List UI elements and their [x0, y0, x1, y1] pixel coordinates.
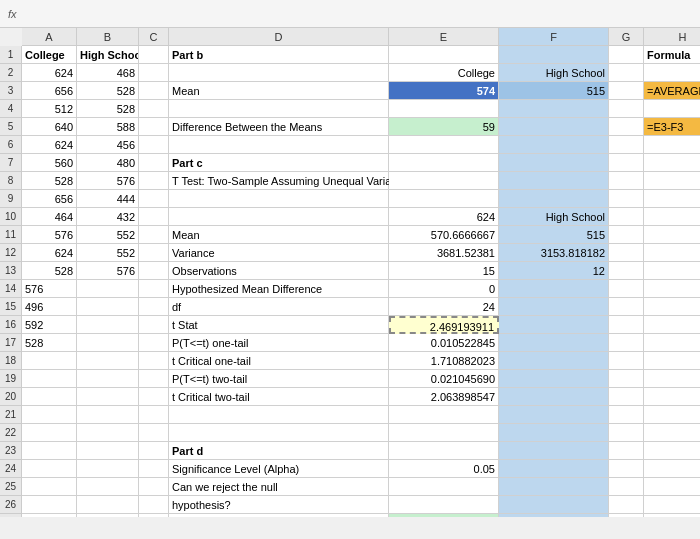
cell-a18[interactable]	[22, 352, 77, 370]
cell-g23[interactable]	[609, 442, 644, 460]
cell-d19[interactable]: P(T<=t) two-tail	[169, 370, 389, 388]
cell-h21[interactable]	[644, 406, 700, 424]
cell-d1[interactable]: Part b	[169, 46, 389, 64]
cell-c9[interactable]	[139, 190, 169, 208]
cell-f22[interactable]	[499, 424, 609, 442]
cell-f14[interactable]	[499, 280, 609, 298]
cell-b17[interactable]	[77, 334, 139, 352]
cell-g1[interactable]	[609, 46, 644, 64]
cell-d22[interactable]	[169, 424, 389, 442]
cell-g15[interactable]	[609, 298, 644, 316]
cell-e22[interactable]	[389, 424, 499, 442]
cell-b14[interactable]	[77, 280, 139, 298]
cell-c2[interactable]	[139, 64, 169, 82]
cell-g19[interactable]	[609, 370, 644, 388]
cell-e4[interactable]	[389, 100, 499, 118]
cell-h14[interactable]	[644, 280, 700, 298]
cell-f8[interactable]	[499, 172, 609, 190]
cell-c5[interactable]	[139, 118, 169, 136]
cell-d4[interactable]	[169, 100, 389, 118]
cell-c6[interactable]	[139, 136, 169, 154]
cell-h7[interactable]	[644, 154, 700, 172]
cell-b15[interactable]	[77, 298, 139, 316]
cell-a10[interactable]: 464	[22, 208, 77, 226]
cell-c3[interactable]	[139, 82, 169, 100]
cell-h4[interactable]	[644, 100, 700, 118]
cell-f19[interactable]	[499, 370, 609, 388]
cell-a14[interactable]: 576	[22, 280, 77, 298]
cell-g25[interactable]	[609, 478, 644, 496]
col-header-c[interactable]: C	[139, 28, 169, 45]
cell-e5[interactable]: 59	[389, 118, 499, 136]
cell-g3[interactable]	[609, 82, 644, 100]
cell-a17[interactable]: 528	[22, 334, 77, 352]
cell-d20[interactable]: t Critical two-tail	[169, 388, 389, 406]
cell-b12[interactable]: 552	[77, 244, 139, 262]
cell-h9[interactable]	[644, 190, 700, 208]
cell-d27[interactable]: (Enter "Can" or "Cannot")	[169, 514, 389, 517]
col-header-g[interactable]: G	[609, 28, 644, 45]
cell-h19[interactable]	[644, 370, 700, 388]
cell-c27[interactable]	[139, 514, 169, 517]
cell-c26[interactable]	[139, 496, 169, 514]
cell-g17[interactable]	[609, 334, 644, 352]
col-header-h[interactable]: H	[644, 28, 700, 45]
col-header-f[interactable]: F	[499, 28, 609, 45]
cell-a1[interactable]: College	[22, 46, 77, 64]
cell-e25[interactable]	[389, 478, 499, 496]
cell-a24[interactable]	[22, 460, 77, 478]
cell-a2[interactable]: 624	[22, 64, 77, 82]
cell-a7[interactable]: 560	[22, 154, 77, 172]
cell-f4[interactable]	[499, 100, 609, 118]
cell-c20[interactable]	[139, 388, 169, 406]
cell-e27[interactable]: T Test: Two-Sample Assuming Unequ...	[389, 514, 499, 517]
cell-g11[interactable]	[609, 226, 644, 244]
cell-c16[interactable]	[139, 316, 169, 334]
cell-a13[interactable]: 528	[22, 262, 77, 280]
cell-e21[interactable]	[389, 406, 499, 424]
cell-f25[interactable]	[499, 478, 609, 496]
cell-b7[interactable]: 480	[77, 154, 139, 172]
cell-d13[interactable]: Observations	[169, 262, 389, 280]
cell-d2[interactable]	[169, 64, 389, 82]
cell-e6[interactable]	[389, 136, 499, 154]
cell-e20[interactable]: 2.063898547	[389, 388, 499, 406]
cell-f17[interactable]	[499, 334, 609, 352]
cell-d18[interactable]: t Critical one-tail	[169, 352, 389, 370]
cell-h3[interactable]: =AVERAGE(A:A)	[644, 82, 700, 100]
cell-g2[interactable]	[609, 64, 644, 82]
cell-a4[interactable]: 512	[22, 100, 77, 118]
cell-c22[interactable]	[139, 424, 169, 442]
cell-h20[interactable]	[644, 388, 700, 406]
cell-b9[interactable]: 444	[77, 190, 139, 208]
cell-d10[interactable]	[169, 208, 389, 226]
cell-b21[interactable]	[77, 406, 139, 424]
cell-d14[interactable]: Hypothesized Mean Difference	[169, 280, 389, 298]
cell-d3[interactable]: Mean	[169, 82, 389, 100]
cell-f9[interactable]	[499, 190, 609, 208]
cell-f16[interactable]	[499, 316, 609, 334]
cell-h6[interactable]	[644, 136, 700, 154]
cell-e7[interactable]	[389, 154, 499, 172]
cell-e3[interactable]: 574	[389, 82, 499, 100]
cell-f6[interactable]	[499, 136, 609, 154]
cell-h24[interactable]	[644, 460, 700, 478]
cell-b8[interactable]: 576	[77, 172, 139, 190]
cell-a11[interactable]: 576	[22, 226, 77, 244]
cell-c21[interactable]	[139, 406, 169, 424]
cell-e13[interactable]: 15	[389, 262, 499, 280]
cell-b27[interactable]	[77, 514, 139, 517]
cell-h11[interactable]	[644, 226, 700, 244]
cell-d21[interactable]	[169, 406, 389, 424]
cell-f15[interactable]	[499, 298, 609, 316]
cell-h27[interactable]	[644, 514, 700, 517]
cell-d7[interactable]: Part c	[169, 154, 389, 172]
cell-c10[interactable]	[139, 208, 169, 226]
cell-g12[interactable]	[609, 244, 644, 262]
cell-g27[interactable]	[609, 514, 644, 517]
cell-f26[interactable]	[499, 496, 609, 514]
cell-g14[interactable]	[609, 280, 644, 298]
cell-d8[interactable]: T Test: Two-Sample Assuming Unequal Vari…	[169, 172, 389, 190]
cell-f27[interactable]: =IF(E17<E25,"Can","Ca	[499, 514, 609, 517]
cell-h17[interactable]	[644, 334, 700, 352]
